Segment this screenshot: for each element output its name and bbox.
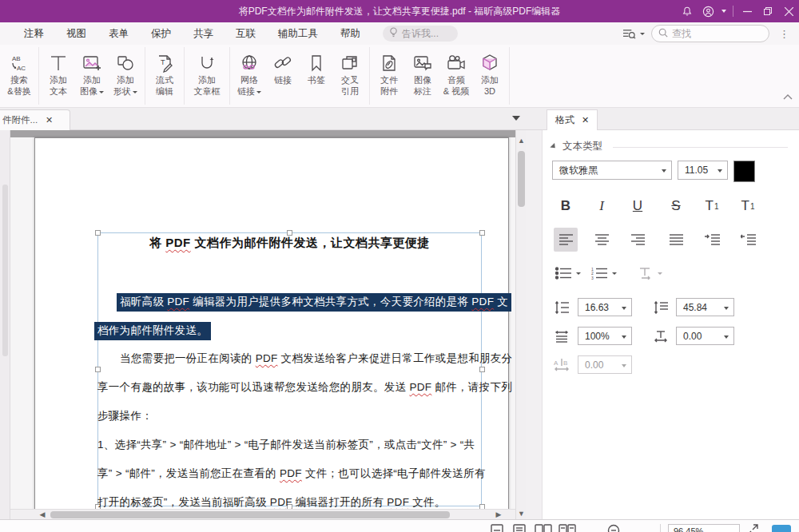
vertical-scrollbar-thumb[interactable] xyxy=(518,151,525,207)
zoom-level-field[interactable]: 96.45% xyxy=(668,524,740,532)
selection-handle-top-right[interactable] xyxy=(479,230,485,236)
line-spacing-field[interactable]: 16.63 xyxy=(578,298,632,316)
scroll-down-arrow[interactable]: ▼ xyxy=(516,508,526,519)
bullet-list-caret[interactable] xyxy=(576,272,581,275)
horizontal-scrollbar[interactable]: ◀ ▶ xyxy=(10,509,515,519)
menu-tab-protect[interactable]: 保护 xyxy=(140,22,182,45)
file-attachment-button[interactable]: 文件 附件 xyxy=(372,47,406,97)
bullet-list-button[interactable] xyxy=(555,263,581,284)
text-direction-button[interactable] xyxy=(638,263,662,284)
scroll-left-arrow[interactable]: ◀ xyxy=(37,510,48,519)
font-family-select[interactable]: 微软雅黑 xyxy=(552,161,672,180)
left-navigation-strip[interactable] xyxy=(0,130,10,519)
web-link-caret[interactable] xyxy=(256,91,261,93)
close-button[interactable] xyxy=(778,0,799,22)
add-image-button[interactable]: 添加 图像 xyxy=(75,47,109,97)
align-left-button[interactable] xyxy=(554,228,578,252)
flow-edit-button[interactable]: T 流式 编辑 xyxy=(148,47,181,97)
numbered-list-button[interactable]: 123 xyxy=(591,263,617,284)
superscript-button[interactable]: T1 xyxy=(700,194,724,218)
document-tab[interactable]: 件附件... ✕ xyxy=(0,109,70,130)
facing-continuous-view-icon[interactable] xyxy=(559,524,576,532)
vertical-scrollbar[interactable]: ▲ ▼ xyxy=(515,130,526,519)
single-page-view-icon[interactable] xyxy=(490,524,504,532)
find-input[interactable] xyxy=(672,28,752,39)
document-tab-close-icon[interactable]: ✕ xyxy=(46,115,53,125)
cross-reference-button[interactable]: 交叉 引用 xyxy=(333,47,367,97)
char-spacing-field[interactable]: 0.00 xyxy=(676,327,734,345)
horizontal-scale-field[interactable]: 100% xyxy=(578,327,632,345)
scroll-up-arrow[interactable]: ▲ xyxy=(516,135,526,146)
facing-pages-view-icon[interactable] xyxy=(535,524,552,532)
subscript-button[interactable]: T1 xyxy=(736,194,760,218)
restore-button[interactable] xyxy=(757,0,778,22)
bold-button[interactable]: B xyxy=(554,194,578,218)
menu-tab-share[interactable]: 共享 xyxy=(182,22,225,45)
menu-tab-connect[interactable]: 互联 xyxy=(225,22,267,45)
italic-button[interactable]: I xyxy=(590,194,614,218)
tab-list-dropdown-caret[interactable] xyxy=(512,116,520,121)
decrease-indent-button[interactable] xyxy=(736,228,760,252)
format-panel-close-icon[interactable]: ✕ xyxy=(582,115,589,125)
add-article-box-button[interactable]: 添加 文章框 xyxy=(187,47,227,97)
font-family-caret[interactable] xyxy=(662,169,666,173)
char-spacing-caret[interactable] xyxy=(724,335,729,339)
format-panel-tab[interactable]: 格式 ✕ xyxy=(547,109,598,130)
search-replace-button[interactable]: ABAC 搜索 &替换 xyxy=(2,47,36,97)
continuous-view-icon[interactable] xyxy=(512,524,527,532)
font-size-select[interactable]: 11.05 xyxy=(678,161,728,180)
notification-bell-icon[interactable] xyxy=(677,0,698,22)
add-text-button[interactable]: 添加 文本 xyxy=(42,47,75,97)
strikethrough-button[interactable]: S xyxy=(664,194,688,218)
tell-me-assistant[interactable]: 告诉我... xyxy=(383,26,458,42)
menu-tab-help[interactable]: 帮助 xyxy=(329,22,372,45)
selection-handle-middle-left[interactable] xyxy=(95,367,101,372)
selection-handle-middle-right[interactable] xyxy=(479,367,485,372)
collapse-ribbon-chevron-icon[interactable] xyxy=(783,91,793,102)
selection-handle-top-left[interactable] xyxy=(95,230,101,236)
menu-tab-form[interactable]: 表单 xyxy=(97,22,140,45)
numbered-list-caret[interactable] xyxy=(612,272,617,275)
assistant-chat-icon[interactable] xyxy=(772,525,791,532)
fit-page-expand-icon[interactable] xyxy=(745,524,758,532)
font-size-caret[interactable] xyxy=(718,169,722,173)
add-shape-caret[interactable] xyxy=(133,91,137,93)
audio-video-button[interactable]: 音频 & 视频 xyxy=(439,47,473,97)
image-annotation-button[interactable]: 图像 标注 xyxy=(406,47,439,97)
web-link-button[interactable]: 网络 链接 xyxy=(233,47,266,97)
account-dropdown-caret[interactable] xyxy=(718,0,729,22)
account-icon[interactable] xyxy=(698,0,718,22)
bookmark-button[interactable]: 书签 xyxy=(300,47,333,86)
add-3d-button[interactable]: 添加 3D xyxy=(473,47,507,97)
menu-tab-view[interactable]: 视图 xyxy=(55,22,97,45)
line-spacing-caret[interactable] xyxy=(622,307,626,310)
menu-tab-accessibility[interactable]: 辅助工具 xyxy=(267,22,329,45)
horizontal-scrollbar-thumb[interactable] xyxy=(50,511,450,518)
selection-handle-top-center[interactable] xyxy=(287,230,292,236)
justify-button[interactable] xyxy=(664,228,688,252)
paragraph-spacing-caret[interactable] xyxy=(724,307,729,310)
advanced-search-button[interactable] xyxy=(622,28,645,40)
find-box[interactable] xyxy=(651,25,769,42)
zoom-out-button[interactable] xyxy=(607,524,620,532)
advanced-search-caret[interactable] xyxy=(640,33,645,35)
scroll-right-arrow[interactable]: ▶ xyxy=(493,510,504,519)
increase-indent-button[interactable] xyxy=(700,228,724,252)
link-button[interactable]: 链接 xyxy=(266,47,300,86)
left-strip-scroll-segment[interactable] xyxy=(2,185,8,356)
align-center-button[interactable] xyxy=(590,228,614,252)
paragraph-spacing-field[interactable]: 45.84 xyxy=(676,298,734,316)
document-line: 福昕高级 PDF 编辑器为用户提供多种文档共享方式，今天要介绍的是将 PDF 文 xyxy=(97,293,484,312)
pdf-page[interactable]: 将 PDF 文档作为邮件附件发送，让文档共享更便捷 福昕高级 PDF 编辑器为用… xyxy=(34,137,509,519)
horizontal-scale-caret[interactable] xyxy=(622,335,626,339)
add-shape-button[interactable]: 添加 形状 xyxy=(109,47,142,97)
text-selection-box[interactable] xyxy=(97,232,482,506)
minimize-button[interactable] xyxy=(737,0,757,22)
add-image-caret[interactable] xyxy=(99,91,104,93)
more-options-icon[interactable]: ⋮ xyxy=(776,28,793,40)
collapse-section-triangle-icon[interactable] xyxy=(550,143,557,150)
align-right-button[interactable] xyxy=(626,228,650,252)
underline-button[interactable]: U xyxy=(626,194,650,218)
font-color-swatch[interactable] xyxy=(733,161,755,182)
menu-tab-comment[interactable]: 注释 xyxy=(13,22,55,45)
